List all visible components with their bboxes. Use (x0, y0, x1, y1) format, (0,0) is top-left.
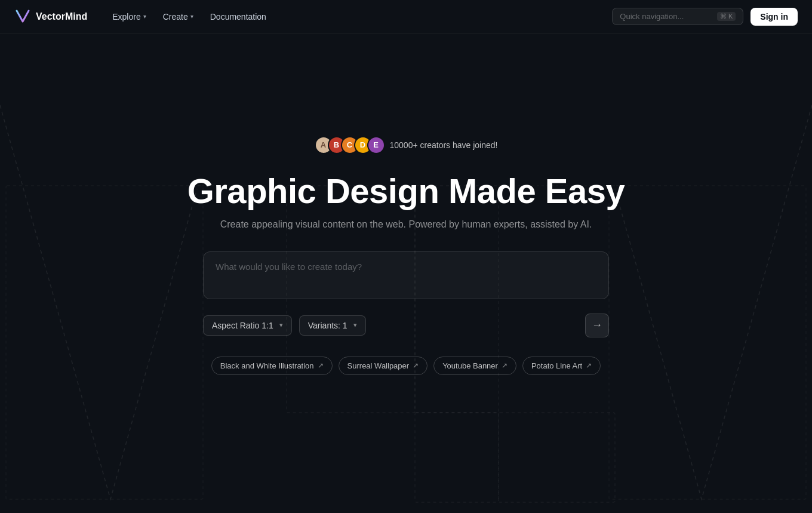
controls-row: Aspect Ratio 1:1 ▾ Variants: 1 ▾ → (203, 314, 609, 337)
navbar-left: VectorMind Explore ▾ Create ▾ Documentat… (14, 8, 272, 25)
arrow-icon: ↗ (413, 361, 419, 370)
prompt-input-container[interactable] (203, 251, 609, 299)
hero-title: Graphic Design Made Easy (187, 171, 625, 211)
brand-icon (14, 8, 31, 25)
nav-create[interactable]: Create ▾ (157, 8, 199, 25)
prompt-input[interactable] (216, 262, 596, 282)
submit-button[interactable]: → (585, 314, 609, 337)
search-placeholder-text: Quick navigation... (620, 12, 684, 21)
nav-documentation[interactable]: Documentation (204, 8, 272, 25)
quick-navigation-search[interactable]: Quick navigation... ⌘ K (612, 8, 743, 25)
suggestion-youtube-banner[interactable]: Youtube Banner ↗ (433, 357, 516, 375)
navbar: VectorMind Explore ▾ Create ▾ Documentat… (0, 0, 812, 33)
variants-dropdown[interactable]: Variants: 1 ▾ (299, 315, 366, 336)
avatar-group-images: A B C D E (315, 136, 385, 154)
arrow-icon: ↗ (318, 361, 324, 370)
suggestions-row: Black and White Illustration ↗ Surreal W… (211, 357, 601, 375)
main-content: A B C D E 10000+ creators have joined! G… (0, 33, 812, 513)
nav-links: Explore ▾ Create ▾ Documentation (106, 8, 272, 25)
arrow-icon: ↗ (586, 361, 592, 370)
suggestion-potato-line-art[interactable]: Potato Line Art ↗ (522, 357, 601, 375)
search-shortcut-badge: ⌘ K (717, 12, 736, 21)
suggestion-black-white-illustration[interactable]: Black and White Illustration ↗ (211, 357, 333, 375)
aspect-ratio-chevron-icon: ▾ (279, 321, 283, 329)
create-chevron-icon: ▾ (190, 13, 193, 20)
creator-count-group: A B C D E 10000+ creators have joined! (315, 136, 498, 154)
hero-subtitle: Create appealing visual content on the w… (220, 219, 592, 230)
arrow-icon: ↗ (502, 361, 508, 370)
brand-logo-link[interactable]: VectorMind (14, 8, 87, 25)
creator-count-text: 10000+ creators have joined! (390, 140, 498, 150)
avatar: E (367, 136, 385, 154)
navbar-right: Quick navigation... ⌘ K Sign in (612, 8, 798, 26)
brand-name: VectorMind (36, 11, 87, 22)
aspect-ratio-label: Aspect Ratio 1:1 (212, 321, 273, 330)
sign-in-button[interactable]: Sign in (751, 8, 798, 26)
nav-explore[interactable]: Explore ▾ (106, 8, 152, 25)
aspect-ratio-dropdown[interactable]: Aspect Ratio 1:1 ▾ (203, 315, 292, 336)
suggestion-surreal-wallpaper[interactable]: Surreal Wallpaper ↗ (339, 357, 428, 375)
explore-chevron-icon: ▾ (143, 13, 146, 20)
variants-chevron-icon: ▾ (353, 321, 357, 329)
variants-label: Variants: 1 (308, 321, 347, 330)
arrow-right-icon: → (592, 319, 602, 331)
